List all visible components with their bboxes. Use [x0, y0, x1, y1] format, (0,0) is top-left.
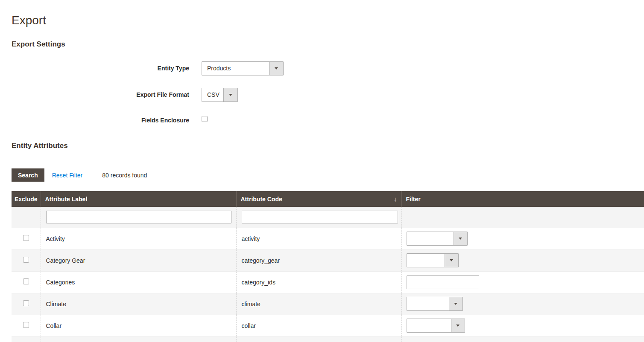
file-format-select[interactable]: CSV [202, 88, 238, 102]
exclude-checkbox[interactable] [23, 235, 29, 241]
attribute-code-cell: category_ids [242, 279, 275, 286]
chevron-down-icon[interactable] [269, 62, 283, 75]
row-filter-select-value [407, 254, 445, 267]
page-title: Export [12, 13, 644, 28]
export-settings-form: Entity Type Products Export File Format … [12, 61, 644, 124]
file-format-value: CSV [202, 88, 223, 101]
fields-enclosure-row: Fields Enclosure [12, 114, 644, 124]
column-header-attribute-code[interactable]: Attribute Code ↓ [236, 191, 401, 207]
filter-cell-exclude [12, 207, 41, 228]
row-filter-select[interactable] [407, 253, 459, 267]
table-body: Activity activity Category Gear category… [12, 228, 644, 336]
reset-filter-link[interactable]: Reset Filter [52, 172, 83, 179]
row-filter-select-value [407, 232, 454, 245]
grid-filter-row [12, 207, 644, 228]
search-button[interactable]: Search [12, 168, 44, 182]
row-filter-input[interactable] [407, 275, 479, 289]
chevron-down-icon[interactable] [223, 88, 237, 101]
export-page: Export Export Settings Entity Type Produ… [0, 0, 644, 342]
entity-type-value: Products [202, 62, 269, 75]
attribute-label-cell: Activity [46, 235, 65, 242]
column-header-exclude[interactable]: Exclude [12, 191, 41, 207]
table-row: Category Gear category_gear [12, 249, 644, 271]
table-row: Collar collar [12, 315, 644, 336]
entity-type-select[interactable]: Products [202, 61, 284, 75]
row-filter-select-value [407, 319, 451, 332]
row-filter-select[interactable] [407, 297, 463, 311]
attribute-code-filter-input[interactable] [242, 211, 398, 223]
records-found-text: 80 records found [102, 172, 147, 179]
file-format-row: Export File Format CSV [12, 88, 644, 102]
exclude-checkbox[interactable] [23, 257, 29, 263]
attributes-table: Exclude Attribute Label Attribute Code ↓… [12, 191, 644, 342]
row-filter-select-value [407, 297, 449, 310]
table-row: Activity activity [12, 228, 644, 249]
attribute-code-cell: collar [242, 322, 256, 329]
entity-type-label: Entity Type [12, 61, 189, 72]
attribute-label-cell: Collar [46, 322, 62, 329]
column-header-attribute-label[interactable]: Attribute Label [41, 191, 236, 207]
fields-enclosure-checkbox[interactable] [202, 116, 208, 122]
file-format-label: Export File Format [12, 88, 189, 98]
fields-enclosure-label: Fields Enclosure [12, 114, 189, 124]
chevron-down-icon[interactable] [449, 297, 463, 310]
sort-desc-icon: ↓ [394, 195, 397, 202]
table-row: Categories category_ids [12, 271, 644, 293]
chevron-down-icon[interactable] [451, 319, 465, 332]
table-header: Exclude Attribute Label Attribute Code ↓… [12, 191, 644, 228]
attribute-code-cell: climate [242, 301, 261, 307]
exclude-checkbox[interactable] [23, 278, 29, 284]
export-settings-heading: Export Settings [12, 40, 644, 49]
attribute-code-cell: activity [242, 235, 260, 242]
exclude-checkbox[interactable] [23, 300, 29, 306]
entity-attributes-heading: Entity Attributes [12, 141, 644, 150]
exclude-checkbox[interactable] [23, 322, 29, 328]
attribute-label-filter-input[interactable] [46, 211, 231, 223]
filter-cell-filter [401, 207, 644, 228]
table-row: Climate climate [12, 293, 644, 315]
attribute-label-cell: Category Gear [46, 257, 85, 264]
grid-toolbar: Search Reset Filter 80 records found [12, 168, 644, 182]
row-filter-select[interactable] [407, 319, 465, 333]
next-row-partial [12, 336, 644, 342]
attribute-label-cell: Climate [46, 301, 66, 307]
chevron-down-icon[interactable] [445, 254, 458, 267]
attribute-code-cell: category_gear [242, 257, 280, 264]
table-row [12, 336, 644, 342]
row-filter-select[interactable] [407, 232, 468, 246]
chevron-down-icon[interactable] [454, 232, 467, 245]
attribute-label-cell: Categories [46, 279, 75, 286]
entity-type-row: Entity Type Products [12, 61, 644, 75]
column-header-filter: Filter [401, 191, 644, 207]
